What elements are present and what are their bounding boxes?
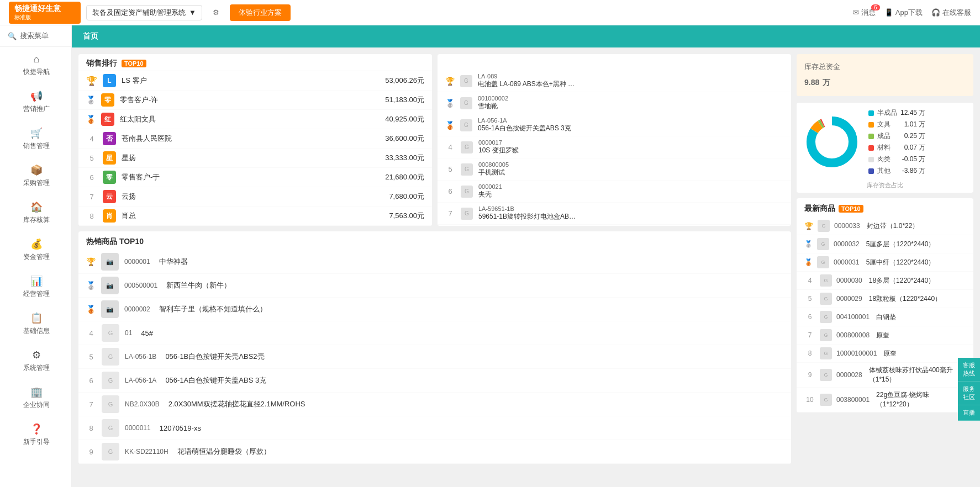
logo-sub: 标准版	[14, 14, 61, 22]
hot-products-right-panel: - 🏆 G LA-089 电池盖 LA-089 ABS本色+黑种 7.1克 🥈 …	[438, 54, 791, 226]
hot-products-list: 🏆 📷 0000001 中华神器 🥈 📷 000500001 新西兰牛肉（新牛）…	[78, 250, 791, 464]
sidebar: 🔍 搜索菜单 ⌂ 快捷导航 📢 营销推广 🛒 销售管理 📦 采购管理 🏠 库存核…	[0, 25, 72, 487]
purchase-icon: 📦	[30, 164, 43, 176]
hot-product-row: 🥈 📷 000500001 新西兰牛肉（新牛）	[78, 274, 791, 298]
product-name: 10S 变扭罗猴	[478, 146, 578, 155]
trial-button[interactable]: 体验行业方案	[230, 4, 291, 21]
product-code: 000800005	[478, 161, 783, 168]
np-code: 003800001	[836, 396, 870, 404]
rank-avatar: 否	[103, 132, 116, 145]
product-name: 中华神器	[159, 257, 188, 267]
product-thumb: 📷	[101, 277, 119, 294]
sidebar-label-purchase: 采购管理	[23, 178, 50, 188]
legend-item: 半成品 12.45 万	[868, 108, 925, 118]
customer-rank-row: 🥈 零 零售客户-许 51,183.00元	[78, 91, 432, 110]
product-thumb: 📷	[101, 300, 119, 318]
inventory-icon: 🏠	[30, 201, 43, 213]
product-name: 新西兰牛肉（新牛）	[166, 280, 231, 290]
rank-num: 6	[86, 173, 97, 182]
new-product-row: 7 G 000800008 原奎	[797, 326, 973, 345]
sidebar-item-marketing[interactable]: 📢 营销推广	[0, 83, 71, 120]
settings-icon[interactable]: ⚙	[208, 4, 224, 21]
np-thumb: G	[818, 220, 830, 232]
rank-num: 4	[86, 135, 97, 143]
product-name: 2.0X30MM双搓花轴搓花直径2.1MM/ROHS	[168, 399, 305, 409]
hot-product-row: 6 G LA-056-1A 056-1A白色按键开关盖ABS 3克	[78, 369, 791, 393]
sidebar-item-sales[interactable]: 🛒 销售管理	[0, 120, 71, 157]
system-name: 装备及固定资产辅助管理系统	[92, 8, 186, 18]
base-icon: 📋	[30, 312, 43, 324]
sidebar-item-system[interactable]: ⚙ 系统管理	[0, 342, 71, 379]
sidebar-label-corp: 企业协同	[23, 400, 50, 410]
message-icon-container[interactable]: ✉ 消息 6	[853, 8, 876, 18]
legend-item: 成品 0.25 万	[868, 131, 925, 141]
home-icon: ⌂	[34, 54, 40, 65]
content-body: 销售排行 TOP10 🏆 L LS 客户 53,006.26元 🥈 零 零售客户…	[72, 47, 980, 487]
sidebar-label-base: 基础信息	[23, 326, 50, 336]
legend-label: 成品	[877, 131, 901, 141]
legend-label: 肉类	[877, 155, 899, 164]
product-thumb: G	[461, 208, 473, 220]
mobile-icon: 📱	[884, 8, 893, 17]
np-name: 封边带（1.0*22）	[867, 221, 966, 231]
np-name: 18多层（1220*2440）	[869, 276, 966, 285]
inventory-value: 9.88 万	[804, 74, 966, 88]
sidebar-item-base[interactable]: 📋 基础信息	[0, 305, 71, 342]
new-product-row: 🏆 G 0000033 封边带（1.0*22）	[797, 217, 973, 235]
rank-num: 8	[86, 212, 97, 220]
app-label: App下载	[895, 8, 923, 18]
hot-product-row: 7 G NB2.0X30B 2.0X30MM双搓花轴搓花直径2.1MM/ROHS	[78, 393, 791, 416]
np-code: 0000029	[836, 295, 862, 303]
product-name: 手机测试	[478, 168, 578, 177]
float-button[interactable]: 直播	[958, 405, 980, 421]
rank-amount: 36,600.00元	[385, 134, 424, 144]
marketing-icon: 📢	[30, 90, 43, 102]
medal-silver: 🥈	[86, 96, 96, 104]
legend-dot	[868, 122, 874, 128]
np-thumb: G	[817, 238, 829, 250]
rank-avatar: L	[103, 74, 116, 87]
home-tab[interactable]: 首页	[83, 31, 98, 41]
customer-rank-row: 🏆 L LS 客户 53,006.26元	[78, 71, 432, 91]
sidebar-item-home[interactable]: ⌂ 快捷导航	[0, 47, 71, 83]
customer-rank-header: 销售排行 TOP10	[78, 54, 432, 71]
legend-value: -3.86 万	[902, 166, 926, 176]
sidebar-item-inventory[interactable]: 🏠 库存核算	[0, 194, 71, 231]
content-header: 首页	[72, 25, 980, 47]
product-name: 056-1A白色按键开关盖ABS 3克	[165, 375, 266, 385]
float-button[interactable]: 服务社区	[958, 382, 980, 405]
np-code: 0000032	[834, 240, 860, 248]
sidebar-item-corp[interactable]: 🏢 企业协同	[0, 379, 71, 416]
customer-rank-row: 4 否 苍南县人民医院 36,600.00元	[78, 129, 432, 149]
hot-products-right-list: 🏆 G LA-089 电池盖 LA-089 ABS本色+黑种 7.1克 🥈 G …	[438, 70, 791, 225]
product-thumb: G	[102, 443, 119, 460]
rank-name: 苍南县人民医院	[122, 134, 380, 144]
np-name: 原奎	[883, 349, 966, 358]
chart-legend: 半成品 12.45 万 文具 1.01 万 成品 0.25 万 材料 0.07 …	[868, 108, 925, 176]
sidebar-item-business[interactable]: 📊 经营管理	[0, 268, 71, 305]
online-service-link[interactable]: 🎧 在线客服	[931, 8, 971, 18]
search-menu[interactable]: 🔍 搜索菜单	[0, 25, 71, 47]
product-thumb: G	[102, 419, 119, 437]
np-thumb: G	[820, 329, 832, 341]
medal-gold: 🏆	[86, 76, 97, 86]
np-name: 原奎	[876, 331, 966, 340]
product-thumb: G	[102, 324, 119, 342]
rank-amount: 51,183.00元	[385, 95, 424, 105]
product-name: 夹壳	[478, 190, 578, 199]
customer-rank-row: 5 星 星扬 33,333.00元	[78, 149, 432, 168]
system-selector[interactable]: 装备及固定资产辅助管理系统 ▼	[86, 5, 202, 20]
sidebar-item-guide[interactable]: ❓ 新手引导	[0, 416, 71, 453]
content: 首页 销售排行 TOP10 🏆 L LS 客户 53,006.26元 🥈 零	[72, 25, 980, 487]
app-download-link[interactable]: 📱 App下载	[884, 8, 923, 18]
np-name: 白钢垫	[876, 313, 966, 322]
sidebar-item-finance[interactable]: 💰 资金管理	[0, 231, 71, 268]
product-name: 电池盖 LA-089 ABS本色+黑种 7.1克	[478, 80, 577, 89]
sidebar-item-purchase[interactable]: 📦 采购管理	[0, 157, 71, 194]
np-name: 18颗粒板（1220*2440）	[869, 294, 966, 304]
donut-container: 半成品 12.45 万 文具 1.01 万 成品 0.25 万 材料 0.07 …	[797, 103, 973, 181]
float-button[interactable]: 客服热线	[958, 358, 980, 382]
search-icon: 🔍	[8, 32, 17, 40]
sidebar-label-inventory: 库存核算	[23, 215, 50, 225]
np-thumb: G	[820, 369, 832, 381]
